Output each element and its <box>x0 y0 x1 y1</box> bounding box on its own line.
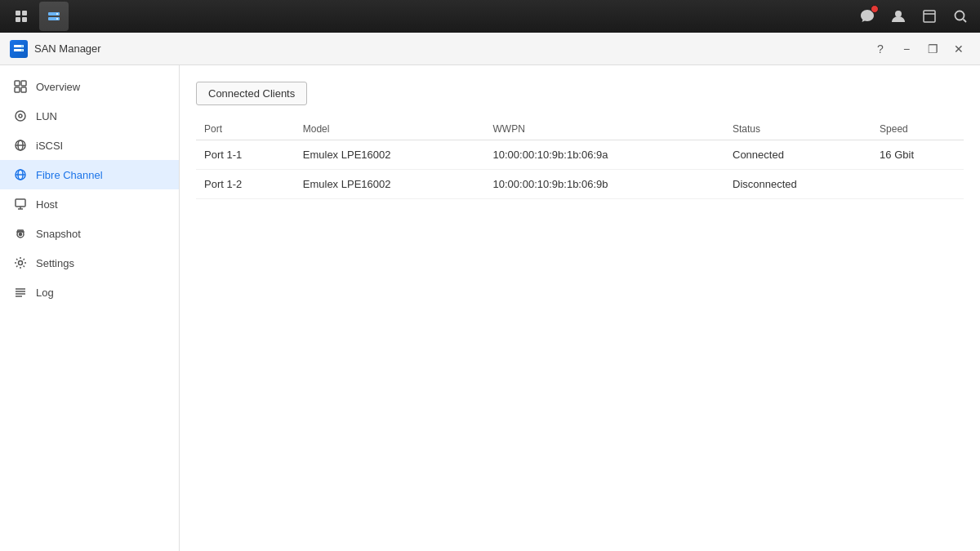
sidebar: Overview LUN <box>0 65 180 551</box>
cell-wwpn-1: 10:00:00:10:9b:1b:06:9b <box>485 170 724 199</box>
san-app-icon[interactable] <box>39 2 69 31</box>
app-title: SAN Manager <box>34 42 101 55</box>
cell-port-1: Port 1-2 <box>196 170 295 199</box>
overview-icon <box>13 79 28 94</box>
cell-wwpn-0: 10:00:00:10:9b:1b:06:9a <box>485 140 724 170</box>
title-bar-right: ? − ❐ ✕ <box>869 38 970 60</box>
settings-icon <box>13 256 28 270</box>
svg-rect-20 <box>21 87 26 92</box>
col-speed: Speed <box>871 118 964 140</box>
sidebar-item-host-label: Host <box>36 198 58 211</box>
sidebar-item-settings-label: Settings <box>36 257 74 269</box>
user-icon-button[interactable] <box>885 3 911 29</box>
close-button[interactable]: ✕ <box>947 38 970 60</box>
sidebar-item-snapshot[interactable]: Snapshot <box>0 219 179 248</box>
iscsi-icon <box>13 138 28 153</box>
cell-model-1: Emulex LPE16002 <box>295 170 485 199</box>
svg-rect-2 <box>16 17 20 22</box>
app-logo <box>10 40 28 58</box>
main-layout: Overview LUN <box>0 65 980 551</box>
minimize-button[interactable]: − <box>895 38 918 60</box>
clients-table: Port Model WWPN Status Speed Port 1-1 Em… <box>196 118 964 199</box>
log-icon <box>13 285 28 300</box>
cell-status-1: Disconnected <box>724 170 871 199</box>
svg-point-16 <box>21 49 23 51</box>
col-port: Port <box>196 118 295 140</box>
sidebar-item-settings[interactable]: Settings <box>0 248 179 278</box>
title-bar: SAN Manager ? − ❐ ✕ <box>0 33 980 65</box>
svg-point-33 <box>20 233 22 236</box>
col-model: Model <box>295 118 485 140</box>
svg-point-8 <box>895 11 902 17</box>
svg-point-6 <box>56 13 58 15</box>
svg-point-7 <box>56 18 58 20</box>
svg-rect-1 <box>22 11 27 16</box>
cell-model-0: Emulex LPE16002 <box>295 140 485 170</box>
svg-rect-29 <box>16 199 25 207</box>
chat-badge <box>871 5 879 13</box>
sidebar-item-log[interactable]: Log <box>0 278 179 307</box>
svg-point-34 <box>19 261 23 265</box>
taskbar-right <box>854 3 973 29</box>
cell-speed-0: 16 Gbit <box>871 140 964 170</box>
svg-rect-3 <box>22 17 27 22</box>
sidebar-item-lun[interactable]: LUN <box>0 101 179 131</box>
grid-app-icon[interactable] <box>7 2 36 31</box>
help-button[interactable]: ? <box>869 38 892 60</box>
sidebar-item-lun-label: LUN <box>36 110 57 122</box>
svg-point-22 <box>19 114 22 118</box>
svg-line-12 <box>964 20 967 23</box>
host-icon <box>13 197 28 211</box>
svg-rect-9 <box>924 11 935 22</box>
window-icon-button[interactable] <box>916 3 942 29</box>
taskbar <box>0 0 980 33</box>
sidebar-item-host[interactable]: Host <box>0 189 179 219</box>
sidebar-item-iscsi-label: iSCSI <box>36 140 63 152</box>
table-row: Port 1-1 Emulex LPE16002 10:00:00:10:9b:… <box>196 140 964 170</box>
svg-point-21 <box>16 111 25 121</box>
cell-speed-1 <box>871 170 964 199</box>
svg-point-11 <box>956 11 964 20</box>
sidebar-item-snapshot-label: Snapshot <box>36 228 81 240</box>
col-status: Status <box>724 118 871 140</box>
sidebar-item-log-label: Log <box>36 287 54 299</box>
svg-rect-0 <box>16 11 20 16</box>
svg-rect-19 <box>15 87 20 92</box>
sidebar-item-fibre-channel-label: Fibre Channel <box>36 169 103 181</box>
table-header-row: Port Model WWPN Status Speed <box>196 118 964 140</box>
cell-status-0: Connected <box>724 140 871 170</box>
svg-rect-17 <box>15 81 20 86</box>
svg-point-15 <box>21 45 23 47</box>
sidebar-item-overview[interactable]: Overview <box>0 72 179 101</box>
sidebar-item-iscsi[interactable]: iSCSI <box>0 131 179 160</box>
content-area: Connected Clients Port Model WWPN Status… <box>180 65 980 551</box>
search-icon-button[interactable] <box>947 3 973 29</box>
restore-button[interactable]: ❐ <box>921 38 944 60</box>
chat-icon-button[interactable] <box>854 3 880 29</box>
cell-port-0: Port 1-1 <box>196 140 295 170</box>
svg-rect-18 <box>21 81 26 86</box>
sidebar-item-overview-label: Overview <box>36 81 80 93</box>
col-wwpn: WWPN <box>485 118 724 140</box>
connected-clients-header: Connected Clients <box>196 82 307 105</box>
app-window: SAN Manager ? − ❐ ✕ Overview <box>0 33 980 551</box>
sidebar-item-fibre-channel[interactable]: Fibre Channel <box>0 160 179 189</box>
lun-icon <box>13 109 28 123</box>
snapshot-icon <box>13 226 28 241</box>
table-row: Port 1-2 Emulex LPE16002 10:00:00:10:9b:… <box>196 170 964 199</box>
title-bar-left: SAN Manager <box>10 40 101 58</box>
fibre-channel-icon <box>13 167 28 182</box>
taskbar-left <box>7 2 69 31</box>
